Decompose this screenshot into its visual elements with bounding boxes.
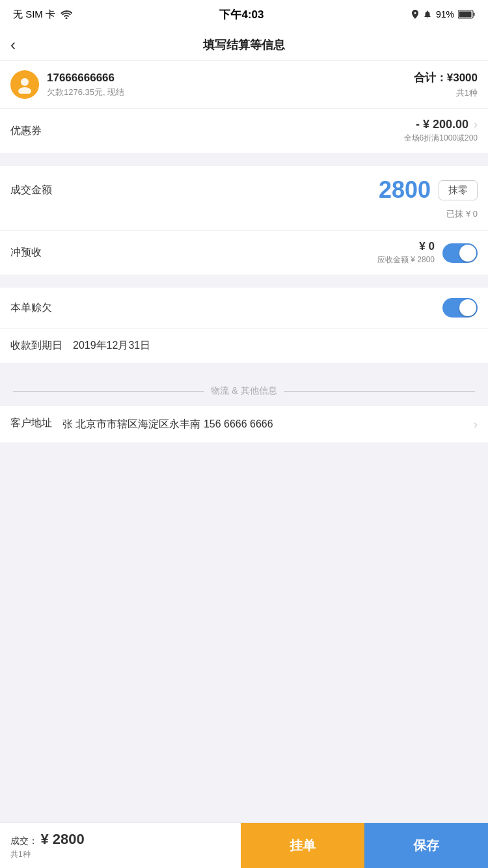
- amount-sub: 已抹 ¥ 0: [446, 209, 478, 219]
- status-right: 91%: [411, 9, 475, 20]
- page-header: ‹ 填写结算等信息: [0, 29, 488, 61]
- address-label: 客户地址: [10, 416, 56, 430]
- customer-section: 17666666666 欠款1276.35元, 现结 合计：¥3000 共1种 …: [0, 61, 488, 153]
- page-title: 填写结算等信息: [203, 37, 285, 53]
- prepay-toggle[interactable]: [442, 243, 478, 263]
- duedate-label: 收款到期日: [10, 339, 62, 353]
- coupon-discount: - ¥ 200.00: [416, 118, 468, 131]
- divider-line-left: [13, 391, 204, 392]
- prepay-value: ¥ 0: [377, 240, 435, 253]
- round-button[interactable]: 抹零: [439, 180, 478, 200]
- amount-label: 成交金额: [10, 183, 52, 197]
- prepay-label: 冲预收: [10, 246, 42, 260]
- address-row[interactable]: 客户地址 张 北京市市辖区海淀区永丰南 156 6666 6666 ›: [0, 406, 488, 442]
- prepay-row: 冲预收 ¥ 0 应收金额 ¥ 2800: [0, 230, 488, 275]
- customer-left: 17666666666 欠款1276.35元, 现结: [10, 70, 124, 99]
- hang-button[interactable]: 挂单: [241, 823, 364, 869]
- amount-row: 成交金额 2800 抹零: [10, 176, 478, 204]
- debt-toggle[interactable]: [442, 298, 478, 318]
- save-button[interactable]: 保存: [364, 823, 488, 869]
- back-button[interactable]: ‹: [10, 36, 16, 54]
- wifi-icon: [61, 10, 72, 19]
- debt-row: 本单赊欠: [0, 288, 488, 328]
- coupon-label: 优惠券: [10, 124, 42, 138]
- hang-label: 挂单: [290, 837, 316, 854]
- customer-count: 共1种: [414, 87, 478, 99]
- debt-label: 本单赊欠: [10, 301, 52, 315]
- bottom-amount: ¥ 2800: [40, 831, 84, 847]
- duedate-value: 2019年12月31日: [73, 339, 150, 353]
- alarm-icon: [423, 10, 432, 19]
- address-value: 张 北京市市辖区海淀区永丰南 156 6666 6666: [62, 416, 467, 432]
- duedate-row: 收款到期日 2019年12月31日: [0, 328, 488, 363]
- battery-icon: [458, 10, 475, 19]
- amount-inner: 成交金额 2800 抹零 已抹 ¥ 0: [0, 166, 488, 230]
- svg-point-4: [18, 87, 31, 94]
- amount-section: 成交金额 2800 抹零 已抹 ¥ 0 冲预收 ¥ 0 应收金额 ¥ 2800: [0, 166, 488, 275]
- battery-text: 91%: [436, 9, 454, 20]
- address-chevron-icon: ›: [474, 418, 478, 431]
- avatar: [10, 70, 39, 99]
- address-section: 客户地址 张 北京市市辖区海淀区永丰南 156 6666 6666 ›: [0, 406, 488, 442]
- coupon-right: - ¥ 200.00 ›: [416, 118, 478, 131]
- customer-total: 合计：¥3000: [414, 70, 478, 85]
- coupon-desc: 全场6折满1000减200: [404, 133, 478, 144]
- section-divider-2: [0, 281, 488, 288]
- svg-rect-2: [459, 12, 471, 18]
- status-left: 无 SIM 卡: [13, 8, 72, 21]
- chevron-right-icon: ›: [474, 118, 478, 131]
- bottom-deal-label: 成交：: [10, 835, 38, 846]
- customer-row: 17666666666 欠款1276.35元, 现结 合计：¥3000 共1种: [0, 61, 488, 108]
- sim-status: 无 SIM 卡: [13, 8, 55, 21]
- amount-value: 2800: [379, 176, 431, 204]
- status-bar: 无 SIM 卡 下午4:03 91%: [0, 0, 488, 29]
- location-icon: [411, 10, 419, 19]
- prepay-right: ¥ 0 应收金额 ¥ 2800: [377, 240, 478, 265]
- customer-info: 17666666666 欠款1276.35元, 现结: [47, 72, 124, 98]
- amount-value-group: 2800 抹零: [379, 176, 478, 204]
- coupon-row[interactable]: 优惠券 - ¥ 200.00 › 全场6折满1000减200: [0, 108, 488, 153]
- prepay-sub: 应收金额 ¥ 2800: [377, 254, 435, 265]
- status-time: 下午4:03: [219, 7, 264, 22]
- section-divider-3: [0, 370, 488, 376]
- customer-sub: 欠款1276.35元, 现结: [47, 87, 124, 98]
- toggle-knob: [459, 245, 476, 262]
- logistics-divider: 物流 & 其他信息: [0, 376, 488, 406]
- bottom-info: 成交： ¥ 2800 共1种: [0, 831, 241, 860]
- bottom-deal-row: 成交： ¥ 2800: [10, 831, 230, 848]
- debt-toggle-knob: [459, 299, 476, 316]
- svg-point-3: [21, 78, 29, 86]
- debt-section: 本单赊欠 收款到期日 2019年12月31日: [0, 288, 488, 363]
- bottom-bar: 成交： ¥ 2800 共1种 挂单 保存: [0, 822, 488, 868]
- customer-right: 合计：¥3000 共1种: [414, 70, 478, 99]
- logistics-label: 物流 & 其他信息: [211, 385, 277, 397]
- bottom-count: 共1种: [10, 849, 230, 860]
- customer-phone: 17666666666: [47, 72, 124, 85]
- avatar-icon: [16, 75, 34, 94]
- prepay-value-group: ¥ 0 应收金额 ¥ 2800: [377, 240, 435, 265]
- divider-line-right: [284, 391, 475, 392]
- save-label: 保存: [413, 837, 439, 854]
- section-divider-1: [0, 159, 488, 166]
- empty-space: [0, 449, 488, 566]
- svg-rect-1: [473, 13, 474, 16]
